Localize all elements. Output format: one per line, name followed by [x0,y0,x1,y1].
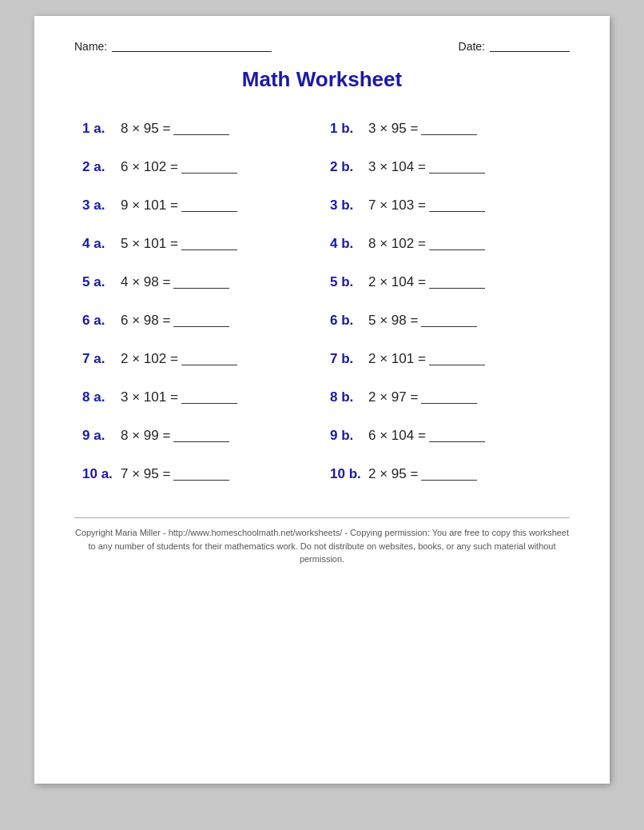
problem-expr: 5 × 101 = [121,236,178,252]
answer-line[interactable] [181,391,237,404]
answer-line[interactable] [421,122,477,135]
answer-line[interactable] [181,237,237,250]
date-label: Date: [459,40,485,53]
problem-cell: 6 a.6 × 98 = [74,301,322,340]
problem-cell: 1 b.3 × 95 = [322,110,570,148]
problem-cell: 2 b.3 × 104 = [322,148,570,186]
problem-cell: 5 a.4 × 98 = [74,263,322,301]
problem-label: 4 b. [330,236,362,252]
problem-expr: 3 × 101 = [121,389,178,405]
answer-line[interactable] [429,429,485,442]
problem-label: 2 a. [82,159,114,175]
name-label: Name: [74,40,107,53]
date-line[interactable] [490,41,570,52]
problem-label: 10 a. [82,466,114,482]
problem-label: 3 a. [82,198,114,213]
name-date-row: Name: Date: [74,40,570,53]
answer-line[interactable] [429,353,485,365]
problem-cell: 10 a.7 × 95 = [74,455,322,493]
worksheet-page: Name: Date: Math Worksheet 1 a.8 × 95 =1… [34,16,610,784]
problem-expr: 2 × 104 = [368,274,426,290]
problem-label: 6 a. [82,313,114,329]
answer-line[interactable] [173,314,229,327]
problem-label: 7 b. [330,351,362,367]
answer-line[interactable] [181,161,237,174]
problem-label: 5 b. [330,274,362,290]
problem-label: 6 b. [330,313,362,329]
problem-expr: 3 × 95 = [368,121,418,137]
answer-line[interactable] [173,276,229,289]
worksheet-title: Math Worksheet [74,67,570,92]
problem-cell: 8 a.3 × 101 = [74,378,322,417]
problem-expr: 7 × 103 = [368,198,426,213]
answer-line[interactable] [421,391,477,404]
problem-expr: 2 × 101 = [368,351,426,367]
problem-expr: 8 × 102 = [368,236,426,252]
problem-label: 1 b. [330,121,362,137]
problem-label: 4 a. [82,236,114,252]
problem-cell: 4 a.5 × 101 = [74,225,322,263]
problem-label: 8 a. [82,389,114,405]
name-field: Name: [74,40,272,53]
problem-expr: 6 × 104 = [368,428,426,444]
problem-cell: 6 b.5 × 98 = [322,301,570,340]
problem-label: 3 b. [330,198,362,213]
answer-line[interactable] [173,468,229,481]
problem-label: 1 a. [82,121,114,137]
answer-line[interactable] [429,276,485,289]
problem-label: 2 b. [330,159,362,175]
answer-line[interactable] [421,314,477,327]
problem-cell: 3 b.7 × 103 = [322,186,570,225]
problem-cell: 10 b.2 × 95 = [322,455,570,493]
footer: Copyright Maria Miller - http://www.home… [74,517,570,566]
problem-label: 7 a. [82,351,114,367]
problem-expr: 2 × 95 = [368,466,418,482]
problem-cell: 4 b.8 × 102 = [322,225,570,263]
problem-cell: 2 a.6 × 102 = [74,148,322,186]
problem-cell: 7 b.2 × 101 = [322,340,570,378]
problem-label: 9 a. [82,428,114,444]
problem-cell: 9 a.8 × 99 = [74,417,322,455]
problem-expr: 8 × 99 = [121,428,170,444]
problem-label: 8 b. [330,389,362,405]
problem-expr: 7 × 95 = [121,466,170,482]
problem-expr: 6 × 98 = [121,313,170,329]
problem-cell: 9 b.6 × 104 = [322,417,570,455]
answer-line[interactable] [181,199,237,212]
problem-cell: 8 b.2 × 97 = [322,378,570,417]
problem-cell: 1 a.8 × 95 = [74,110,322,148]
problem-cell: 3 a.9 × 101 = [74,186,322,225]
answer-line[interactable] [181,353,237,365]
problem-label: 10 b. [330,466,362,482]
date-field: Date: [459,40,570,53]
problem-expr: 2 × 102 = [121,351,178,367]
answer-line[interactable] [429,237,485,250]
problem-cell: 7 a.2 × 102 = [74,340,322,378]
name-line[interactable] [112,41,272,52]
problem-cell: 5 b.2 × 104 = [322,263,570,301]
answer-line[interactable] [173,122,229,135]
problem-expr: 8 × 95 = [121,121,170,137]
problem-expr: 3 × 104 = [368,159,426,175]
problem-expr: 2 × 97 = [368,389,418,405]
problem-label: 9 b. [330,428,362,444]
answer-line[interactable] [421,468,477,481]
problem-expr: 9 × 101 = [121,198,178,213]
problem-label: 5 a. [82,274,114,290]
answer-line[interactable] [173,429,229,442]
problem-expr: 5 × 98 = [368,313,418,329]
problem-expr: 4 × 98 = [121,274,170,290]
problem-expr: 6 × 102 = [121,159,178,175]
answer-line[interactable] [429,199,485,212]
answer-line[interactable] [429,161,485,174]
problems-grid: 1 a.8 × 95 =1 b.3 × 95 =2 a.6 × 102 =2 b… [74,110,570,493]
